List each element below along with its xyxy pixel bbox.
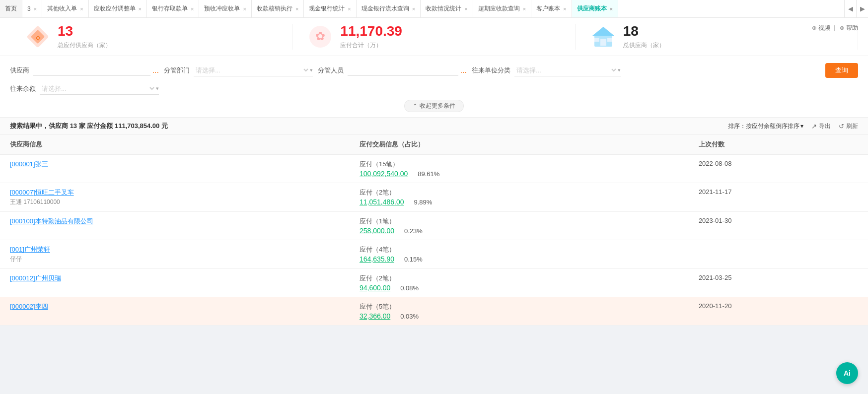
svg-text:✿: ✿	[315, 29, 325, 43]
nav-tab-receipt-write-off[interactable]: 收款核销执行 ×	[252, 0, 304, 18]
supplier-link-4[interactable]: [000012]广州贝瑞	[10, 274, 61, 282]
stat-content-2: 11,170.39 应付合计（万）	[340, 24, 402, 50]
nav-tab-cash-bank-flow[interactable]: 现金银行流水查询 ×	[357, 0, 421, 18]
dept-filter-label: 分管部门	[164, 66, 190, 75]
close-cash-bank-stats[interactable]: ×	[348, 6, 351, 12]
stat-suppliers-payable: ◇ 13 总应付供应商（家）	[10, 24, 292, 50]
supplier-input[interactable]	[33, 65, 150, 76]
category-filter-label: 往来单位分类	[472, 66, 510, 75]
transaction-amount-2[interactable]: 258,000.00	[360, 227, 394, 235]
stat-content-1: 13 总应付供应商（家）	[58, 24, 111, 50]
nav-tab-customer-ledger[interactable]: 客户账本 ×	[531, 0, 572, 18]
close-tab-3[interactable]: ×	[34, 6, 37, 12]
nav-tab-cash-bank-stats[interactable]: 现金银行统计 ×	[304, 0, 356, 18]
nav-tab-overdue-receivable[interactable]: 超期应收款查询 ×	[473, 0, 531, 18]
transaction-amount-4[interactable]: 94,600.00	[360, 284, 390, 292]
stat-label-total-suppliers: 总供应商（家）	[623, 41, 665, 50]
close-customer-ledger[interactable]: ×	[563, 6, 566, 12]
supplier-sub-1: 王通 17106110000	[10, 198, 340, 206]
transaction-label-1: 应付（2笔）	[360, 188, 679, 197]
supplier-cell-2: [000100]本特勤油品有限公司	[0, 212, 350, 240]
supplier-link-1[interactable]: [000007]恒旺二手叉车	[10, 189, 74, 196]
close-overdue-receivable[interactable]: ×	[523, 6, 526, 12]
nav-tab-advance-receive[interactable]: 预收冲应收单 ×	[199, 0, 251, 18]
star-icon: ✿	[307, 24, 333, 50]
category-select[interactable]: 请选择...	[514, 65, 618, 76]
filter-category: 往来单位分类 请选择... ▾	[472, 65, 621, 76]
transaction-label-4: 应付（2笔）	[360, 274, 679, 283]
nav-tab-adjustment[interactable]: 应收应付调整单 ×	[89, 0, 147, 18]
close-advance-receive[interactable]: ×	[243, 6, 246, 12]
export-label: 导出	[819, 122, 831, 131]
transaction-percent-4: 0.08%	[400, 284, 419, 292]
dept-select-wrapper: 请选择... ▾	[194, 65, 313, 76]
transaction-amount-1[interactable]: 11,051,486.00	[360, 198, 404, 206]
stat-content-3: 18 总供应商（家）	[623, 24, 665, 50]
close-supplier-ledger[interactable]: ×	[610, 6, 613, 12]
transaction-cell-5: 应付（5笔）32,366.000.03%	[350, 297, 689, 326]
last-payment-cell-1: 2021-11-17	[689, 183, 868, 212]
stats-bar: ◇ 13 总应付供应商（家） ✿ 11,170.39 应付合计（万）	[0, 18, 868, 56]
refresh-button[interactable]: ↺ 刷新	[839, 122, 858, 131]
transaction-amount-0[interactable]: 100,092,540.00	[360, 170, 408, 178]
close-adjustment[interactable]: ×	[139, 6, 142, 12]
sort-select[interactable]: 排序：按应付余额倒序排序 ▾	[728, 122, 803, 131]
supplier-link-0[interactable]: [000001]张三	[10, 160, 48, 168]
home-tab-label: 首页	[5, 4, 17, 13]
supplier-link-3[interactable]: [001]广州荣轩	[10, 246, 50, 253]
export-button[interactable]: ↗ 导出	[811, 122, 831, 131]
supplier-link-5[interactable]: [000002]李四	[10, 303, 48, 310]
close-other-income[interactable]: ×	[80, 6, 83, 12]
filter-dept: 分管部门 请选择... ▾	[164, 65, 313, 76]
transaction-amount-5[interactable]: 32,366.00	[360, 312, 390, 320]
filter-supplier: 供应商 ...	[10, 65, 159, 76]
nav-tab-receipt-stats[interactable]: 收款情况统计 ×	[421, 0, 473, 18]
nav-left-arrow[interactable]: ◀	[844, 0, 856, 18]
close-receipt-write-off[interactable]: ×	[295, 6, 298, 12]
filter-row-1: 供应商 ... 分管部门 请选择... ▾ 分管人员 ... 往来单位分类	[10, 63, 858, 78]
nav-tab-3[interactable]: 3 ×	[22, 0, 42, 18]
svg-rect-9	[607, 38, 612, 42]
nav-tab-other-income[interactable]: 其他收入单 ×	[42, 0, 88, 18]
help-link[interactable]: ⊙ 帮助	[840, 24, 858, 31]
last-payment-cell-2: 2023-01-30	[689, 212, 868, 240]
nav-arrows: ◀ ▶	[844, 0, 868, 18]
supplier-link-2[interactable]: [000100]本特勤油品有限公司	[10, 217, 93, 225]
stat-label-payable-amount: 应付合计（万）	[340, 41, 402, 50]
video-link[interactable]: ⊙ 视频	[812, 24, 830, 31]
cash-bank-stats-label: 现金银行统计	[309, 4, 345, 13]
supplier-dots[interactable]: ...	[152, 66, 159, 75]
category-select-wrapper: 请选择... ▾	[514, 65, 621, 76]
advance-receive-label: 预收冲应收单	[204, 4, 240, 13]
collapse-button[interactable]: ⌃ 收起更多条件	[404, 100, 464, 112]
query-button[interactable]: 查询	[825, 63, 858, 78]
bank-deposit-label: 银行存取款单	[152, 4, 188, 13]
result-text-3: 元	[161, 122, 168, 130]
transaction-amount-3[interactable]: 164,635.90	[360, 255, 394, 263]
result-text-2: 家 应付金额	[79, 122, 113, 130]
balance-select[interactable]: 请选择...	[40, 83, 156, 94]
stat-value-payable-amount: 11,170.39	[340, 24, 402, 39]
collapse-bar: ⌃ 收起更多条件	[10, 100, 858, 112]
close-receipt-stats[interactable]: ×	[464, 6, 467, 12]
nav-tab-supplier-ledger[interactable]: 供应商账本 ×	[572, 0, 618, 18]
collapse-label: 收起更多条件	[420, 102, 455, 110]
supplier-cell-0: [000001]张三	[0, 154, 350, 183]
filter-balance: 往来余额 请选择... ▾	[10, 83, 159, 95]
close-cash-bank-flow[interactable]: ×	[412, 6, 415, 12]
nav-tab-bank-deposit[interactable]: 银行存取款单 ×	[147, 0, 199, 18]
nav-tab-home[interactable]: 首页	[0, 0, 22, 18]
top-nav: 首页 3 × 其他收入单 × 应收应付调整单 × 银行存取款单 × 预收冲应收单…	[0, 0, 868, 18]
person-dots[interactable]: ...	[460, 66, 467, 75]
nav-right-arrow[interactable]: ▶	[856, 0, 868, 18]
dept-select[interactable]: 请选择...	[194, 65, 310, 76]
amount-wrapper-0: 100,092,540.0089.61%	[360, 170, 679, 178]
close-bank-deposit[interactable]: ×	[191, 6, 194, 12]
th-supplier-info: 供应商信息	[0, 135, 350, 154]
amount-wrapper-4: 94,600.000.08%	[360, 284, 679, 292]
person-input[interactable]	[348, 65, 458, 76]
svg-rect-8	[594, 38, 599, 42]
last-payment-date-4: 2021-03-25	[699, 274, 732, 281]
table-header-row: 供应商信息 应付交易信息（占比） 上次付数	[0, 135, 868, 154]
supplier-cell-1: [000007]恒旺二手叉车王通 17106110000	[0, 183, 350, 212]
